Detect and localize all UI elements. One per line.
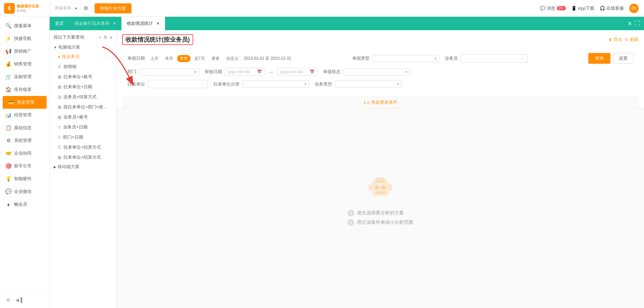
date-btn-custom[interactable]: 自定义 bbox=[224, 55, 241, 62]
tabbar: 首页 现金银行流水查询 ✕ 收款情况统计 ✕ ✕ ⛶ bbox=[50, 17, 644, 30]
filter-settings-button[interactable]: 设置 bbox=[613, 53, 633, 64]
footer-settings-icon[interactable]: ⚙ bbox=[4, 296, 12, 304]
review-date-to[interactable]: yyyy-mm-dd 📅 bbox=[277, 68, 318, 76]
sidebar-item-sales[interactable]: 💰 销售管理 bbox=[0, 58, 49, 70]
unit-select[interactable]: ··· bbox=[148, 80, 208, 88]
inventory-icon: 🏠 bbox=[5, 87, 11, 93]
sidebar-item-enterprise[interactable]: 🤝 企业协同 bbox=[0, 147, 49, 160]
filter-unit-item: 往来单位 ··· bbox=[127, 80, 208, 88]
salesperson-select[interactable]: ··· bbox=[461, 54, 528, 63]
tab-window-expand[interactable]: ⛶ bbox=[635, 20, 640, 27]
filter-dept-item: 部门 ▾ bbox=[127, 68, 199, 75]
empty-tips: 1 请先选择要分析的方案 2 用过滤条件来缩小分析范围 bbox=[347, 210, 413, 226]
footer-collapse-icon[interactable]: ◀▐ bbox=[15, 296, 23, 304]
tab-bank-close[interactable]: ✕ bbox=[113, 21, 116, 26]
sidebar-item-wechat[interactable]: 💬 企业微信 bbox=[0, 185, 49, 198]
scheme-item-dept-date[interactable]: ⊙ 部门+日期 bbox=[50, 132, 116, 142]
dept-select[interactable]: ▾ bbox=[139, 68, 199, 75]
panel-settings-icon[interactable]: ⚙ bbox=[103, 35, 108, 40]
date-btn-this-month[interactable]: 本月 bbox=[162, 55, 176, 62]
search-icon: 🔍 bbox=[5, 23, 11, 29]
doc-type-chevron-icon: ▾ bbox=[435, 57, 436, 60]
filter-salesperson-item: 业务员 ··· bbox=[445, 54, 528, 63]
tab-receipt-close[interactable]: ✕ bbox=[156, 21, 160, 26]
left-panel: 按以下方案查询 + ⚙ « ▼ 电脑端方案 ● 按业务员 ☰ 按明细 bbox=[50, 30, 117, 308]
scheme-item-unit-dept-collect[interactable]: ▦ 按往来单位+部门+收... bbox=[50, 102, 116, 112]
topbar-chevron[interactable]: ▾ bbox=[75, 6, 77, 11]
filter-review-date-item: 审核日期 yyyy-mm-dd 📅 — yyyy-mm-dd 📅 bbox=[205, 68, 318, 76]
service-icon: 🎧 bbox=[600, 6, 605, 11]
export-button[interactable]: ⬆ 导出 bbox=[608, 37, 622, 43]
sidebar-item-purchase[interactable]: 🛒 采购管理 bbox=[0, 70, 49, 83]
empty-tip-1: 1 请先选择要分析的方案 bbox=[347, 210, 413, 216]
scheme-group-desktop-title[interactable]: ▼ 电脑端方案 bbox=[50, 43, 116, 52]
filter-unit-category-item: 往来单位分类 ▾ bbox=[213, 81, 309, 88]
sidebar-item-guide[interactable]: 🎯 新手引导 bbox=[0, 160, 49, 172]
panel-add-icon[interactable]: + bbox=[99, 35, 101, 40]
page-content: 按以下方案查询 + ⚙ « ▼ 电脑端方案 ● 按业务员 ☰ 按明细 bbox=[50, 30, 644, 308]
salesperson-settle-icon: ▤ bbox=[58, 95, 61, 99]
date-btn-7days[interactable]: 近7天 bbox=[192, 55, 208, 62]
sidebar-item-capital[interactable]: 💳 资金管理 bbox=[3, 96, 47, 109]
scheme-item-by-salesperson[interactable]: ● 按业务员 bbox=[50, 52, 116, 62]
scheme-item-unit-date[interactable]: ▦ 往来单位+日期 bbox=[50, 82, 116, 92]
review-date-from[interactable]: yyyy-mm-dd 📅 bbox=[225, 68, 265, 76]
sidebar-item-basic[interactable]: 📋 基础信息 bbox=[0, 121, 49, 134]
doc-type-select[interactable]: ▾ bbox=[372, 55, 439, 62]
doc-status-chevron-icon: ▾ bbox=[406, 70, 407, 74]
doc-status-select[interactable]: ▾ bbox=[343, 68, 410, 75]
collapse-bar[interactable]: ∧∧ 收起更多条件 bbox=[122, 96, 639, 108]
sidebar: 6 畅捷通好生意 标准版 🔍 搜索菜单 ⚡ 快捷导航 📢 营销推广 💰 销售管理… bbox=[0, 0, 50, 308]
sidebar-item-hardware[interactable]: 💡 智能硬件 bbox=[0, 172, 49, 185]
trial-button[interactable]: 体验行业方案 bbox=[95, 3, 131, 13]
app-download-button[interactable]: 📱 App下载 bbox=[571, 5, 594, 11]
tab-home[interactable]: 首页 bbox=[50, 17, 69, 30]
sidebar-item-system[interactable]: ⚙ 系统管理 bbox=[0, 134, 49, 147]
sidebar-item-vip[interactable]: ♦ 畅会员 bbox=[0, 198, 49, 211]
date-btn-this-year[interactable]: 本年 bbox=[177, 55, 191, 62]
date-btn-last-month[interactable]: 上月 bbox=[148, 55, 161, 62]
sidebar-item-search[interactable]: 🔍 搜索菜单 bbox=[0, 19, 49, 32]
vip-icon: ♦ bbox=[5, 201, 11, 207]
user-avatar[interactable]: Rit bbox=[629, 4, 639, 13]
message-button[interactable]: 💬 消息 99+ bbox=[540, 5, 566, 11]
scheme-group-mobile-title[interactable]: ▶ 移动端方案 bbox=[50, 162, 116, 171]
date-btn-more[interactable]: 更多 bbox=[209, 55, 222, 62]
scheme-item-unit-account[interactable]: ▦ 往来单位+账号 bbox=[50, 72, 116, 82]
scheme-item-salesperson-date[interactable]: ⊙ 业务员+日期 bbox=[50, 122, 116, 132]
sidebar-item-quicknav[interactable]: ⚡ 快捷导航 bbox=[0, 32, 49, 45]
enterprise-icon: 🤝 bbox=[5, 150, 11, 156]
page-header: 收款情况统计(按业务员) ⬆ 导出 ↻ 刷新 bbox=[117, 30, 644, 108]
salesperson-icon: ● bbox=[58, 54, 60, 59]
unit-dots-icon[interactable]: ··· bbox=[201, 82, 205, 87]
svg-rect-0 bbox=[372, 181, 389, 196]
sidebar-item-inventory[interactable]: 🏠 库存核算 bbox=[0, 83, 49, 96]
filter-date-item: 单据日期 上月 本月 本年 近7天 更多 自定义 2023-01-01 至 20… bbox=[127, 55, 291, 62]
refresh-button[interactable]: ↻ 刷新 bbox=[625, 37, 639, 43]
page-actions: ⬆ 导出 ↻ 刷新 bbox=[608, 37, 639, 43]
svg-point-3 bbox=[382, 186, 386, 190]
unit-dept-icon: ▦ bbox=[58, 105, 61, 109]
scheme-item-salesperson-account[interactable]: ▦ 业务员+账号 bbox=[50, 112, 116, 122]
biz-type-select[interactable]: ▾ bbox=[335, 81, 402, 88]
panel-collapse-icon[interactable]: « bbox=[110, 35, 112, 40]
service-button[interactable]: 🎧 在线客服 bbox=[600, 5, 624, 11]
scheme-group-desktop: ▼ 电脑端方案 ● 按业务员 ☰ 按明细 ▦ 往来单位+账号 ▦ 往来单位+ bbox=[50, 43, 116, 162]
unit-category-select[interactable]: ▾ bbox=[242, 81, 309, 88]
scheme-item-unit-settle1[interactable]: ☰ 往来单位+结算方式 bbox=[50, 142, 116, 152]
salesperson-dots-icon[interactable]: ··· bbox=[521, 56, 525, 61]
scheme-item-unit-settle2[interactable]: ▦ 往来单位+结算方式 bbox=[50, 152, 116, 162]
sidebar-item-marketing[interactable]: 📢 营销推广 bbox=[0, 45, 49, 58]
sidebar-item-operation[interactable]: 📊 经营管理 bbox=[0, 109, 49, 121]
svg-rect-6 bbox=[389, 184, 392, 191]
scheme-item-salesperson-settle[interactable]: ▤ 业务员+结算方式 bbox=[50, 92, 116, 102]
logo-icon: 6 bbox=[4, 3, 15, 14]
topbar-gear-icon[interactable]: ⚙ bbox=[81, 4, 91, 13]
query-button[interactable]: 查询 bbox=[588, 53, 610, 64]
tab-receipt[interactable]: 收款情况统计 ✕ bbox=[121, 17, 165, 30]
tab-bank[interactable]: 现金银行流水查询 ✕ bbox=[69, 17, 121, 30]
topbar: 搜索菜单 ▾ ⚙ 体验行业方案 💬 消息 99+ 📱 App下载 🎧 在线客服 … bbox=[50, 0, 644, 17]
tab-window-close[interactable]: ✕ bbox=[628, 20, 632, 27]
scheme-item-by-detail[interactable]: ☰ 按明细 bbox=[50, 62, 116, 72]
operation-icon: 📊 bbox=[5, 112, 11, 118]
